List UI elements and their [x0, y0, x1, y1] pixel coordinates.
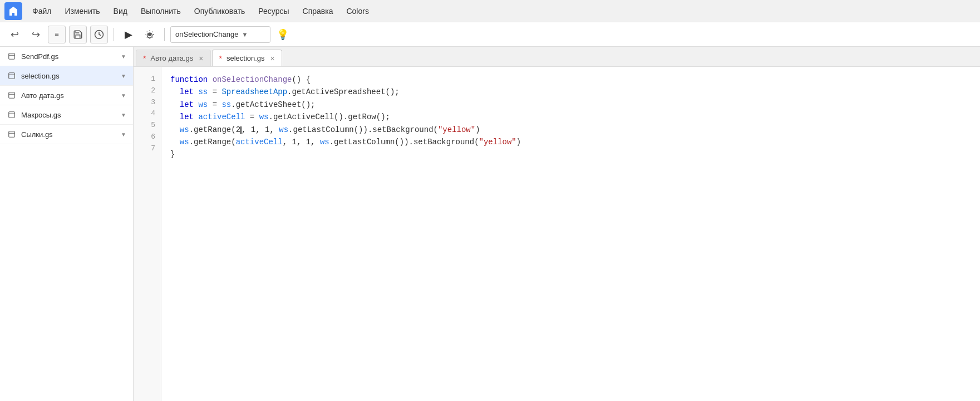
editor: * Авто дата.gs × * selection.gs × 1 2 3 … [134, 47, 980, 401]
sidebar-item-sendpdf[interactable]: SendPdf.gs ▼ [0, 47, 133, 66]
title-bar: Файл Изменить Вид Выполнить Опубликовать… [0, 0, 980, 22]
menu-edit[interactable]: Изменить [59, 4, 105, 18]
main-content: SendPdf.gs ▼ selection.gs ▼ Авто дата.gs… [0, 47, 980, 401]
menu-publish[interactable]: Опубликовать [189, 4, 251, 18]
undo-button[interactable]: ↩ [6, 26, 23, 43]
line-numbers: 1 2 3 4 5 6 7 [134, 67, 161, 401]
file-icon [7, 51, 17, 61]
sidebar-dropdown-arrow: ▼ [121, 131, 126, 138]
sidebar-item-label: Макросы.gs [21, 111, 121, 119]
function-selector-label: onSelectionChange [175, 30, 238, 38]
sidebar-item-links[interactable]: Сылки.gs ▼ [0, 125, 133, 144]
tab-label: Авто дата.gs [150, 54, 193, 62]
sidebar-item-macros[interactable]: Макросы.gs ▼ [0, 105, 133, 125]
tabs-bar: * Авто дата.gs × * selection.gs × [134, 47, 980, 67]
svg-rect-6 [9, 92, 15, 99]
line-num-3: 3 [134, 97, 161, 109]
svg-rect-10 [9, 131, 15, 138]
tab-selection[interactable]: * selection.gs × [212, 50, 282, 66]
tab-close-button[interactable]: × [199, 54, 203, 63]
save-button[interactable] [69, 26, 87, 43]
line-num-6: 6 [134, 131, 161, 143]
tab-modified-dot: * [143, 54, 146, 63]
sidebar: SendPdf.gs ▼ selection.gs ▼ Авто дата.gs… [0, 47, 134, 401]
menu-colors[interactable]: Colors [341, 4, 374, 18]
line-num-7: 7 [134, 143, 161, 155]
sidebar-dropdown-arrow: ▼ [121, 92, 126, 99]
line-num-4: 4 [134, 108, 161, 120]
menu-resources[interactable]: Ресурсы [253, 4, 294, 18]
separator-1 [114, 28, 114, 41]
menu-bar: Файл Изменить Вид Выполнить Опубликовать… [27, 4, 375, 18]
menu-help[interactable]: Справка [297, 4, 339, 18]
menu-view[interactable]: Вид [108, 4, 133, 18]
separator-2 [164, 28, 165, 41]
sidebar-item-label: Сылки.gs [21, 130, 121, 139]
menu-run[interactable]: Выполнить [135, 4, 186, 18]
sidebar-dropdown-arrow: ▼ [121, 112, 126, 118]
code-editor[interactable]: 1 2 3 4 5 6 7 function onSelectionChange… [134, 67, 980, 401]
function-selector-arrow: ▼ [242, 31, 248, 38]
sidebar-dropdown-arrow: ▼ [121, 73, 126, 79]
sidebar-dropdown-arrow: ▼ [121, 53, 126, 60]
sidebar-item-selection[interactable]: selection.gs ▼ [0, 66, 133, 86]
tab-modified-dot: * [219, 54, 222, 63]
svg-rect-2 [9, 53, 15, 60]
lightbulb-button[interactable]: 💡 [274, 26, 292, 43]
file-icon [7, 71, 17, 81]
tab-avtodata[interactable]: * Авто дата.gs × [136, 50, 211, 66]
sidebar-item-label: Авто дата.gs [21, 91, 121, 100]
sidebar-item-label: SendPdf.gs [21, 52, 121, 61]
sidebar-item-label: selection.gs [21, 72, 121, 80]
line-num-1: 1 [134, 74, 161, 85]
svg-rect-8 [9, 112, 15, 118]
line-num-5: 5 [134, 120, 161, 131]
file-icon [7, 129, 17, 139]
function-selector[interactable]: onSelectionChange ▼ [170, 26, 270, 43]
file-icon [7, 90, 17, 100]
toolbar: ↩ ↪ ≡ ▶ onSelectionChange ▼ 💡 [0, 22, 980, 47]
code-content[interactable]: function onSelectionChange() { let ss = … [161, 67, 980, 401]
debug-button[interactable] [141, 26, 159, 43]
redo-button[interactable]: ↪ [27, 26, 45, 43]
tab-label: selection.gs [226, 54, 265, 62]
tab-close-button[interactable]: × [270, 54, 275, 63]
run-button[interactable]: ▶ [120, 26, 137, 43]
history-button[interactable] [90, 26, 108, 43]
file-icon [7, 110, 17, 120]
line-num-2: 2 [134, 85, 161, 97]
svg-rect-4 [9, 73, 15, 79]
app-logo [4, 2, 22, 20]
menu-file[interactable]: Файл [27, 4, 57, 18]
svg-point-1 [149, 33, 151, 36]
sidebar-item-avtodata[interactable]: Авто дата.gs ▼ [0, 86, 133, 105]
indent-button[interactable]: ≡ [48, 26, 66, 43]
